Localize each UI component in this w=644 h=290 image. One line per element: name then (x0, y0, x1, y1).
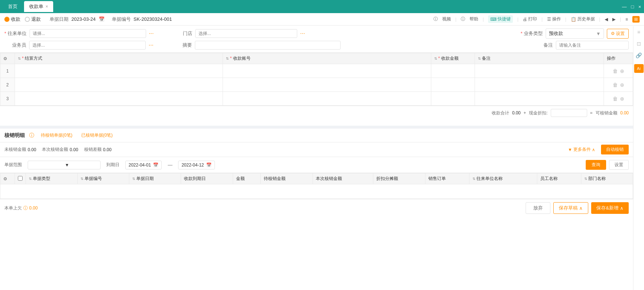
content-area: 往来单位 ··· 门店 ··· 业务类型 预收款 ▼ ⚙ 设置 (0, 26, 644, 290)
th-settings[interactable]: ⚙ (0, 53, 15, 64)
row-3-copy-icon[interactable]: ⊕ (620, 96, 624, 102)
row-3-delete-icon[interactable]: 🗑 (613, 96, 618, 102)
doc-range-select[interactable]: ▼ (28, 161, 101, 169)
btn-prev[interactable]: ◀ (605, 17, 608, 22)
query-btn[interactable]: 查询 (586, 160, 606, 170)
remarks-input[interactable] (556, 41, 629, 50)
save-new-btn[interactable]: 保存&新增 ∧ (591, 202, 629, 214)
row-2-copy-icon[interactable]: ⊕ (620, 82, 624, 88)
window-minimize[interactable]: — (622, 4, 627, 9)
actions-icon: ☰ (547, 17, 551, 22)
discount-input[interactable] (551, 109, 587, 117)
table-row: 2 🗑 ⊕ (0, 78, 633, 92)
form-settings-btn[interactable]: ⚙ 设置 (607, 29, 629, 39)
filter-icon: ▼ (568, 147, 572, 152)
btn-grid[interactable]: ⊞ (632, 16, 640, 23)
row-2-remarks[interactable] (475, 78, 604, 92)
row-1-delete-icon[interactable]: 🗑 (613, 68, 618, 74)
row-3-account[interactable] (223, 92, 431, 106)
receipt-table: ⚙ ⇅ 结算方式 ⇅ 收款账号 ⇅ (0, 53, 633, 106)
row-3-remarks[interactable] (475, 92, 604, 106)
row-1-settlement[interactable] (15, 64, 223, 78)
draft-arrow-icon: ∧ (579, 205, 583, 211)
row-1-amount[interactable] (431, 64, 475, 78)
bt-th-checkbox[interactable] (15, 173, 26, 184)
btn-shortcut[interactable]: ⌨ 快捷键 (488, 15, 513, 23)
btn-layout[interactable]: ≡ (625, 17, 628, 22)
shop-input[interactable] (195, 29, 297, 38)
window-close[interactable]: × (638, 4, 641, 9)
btn-help[interactable]: 帮助 (470, 16, 478, 22)
save-draft-btn[interactable]: 保存草稿 ∧ (553, 202, 588, 214)
btn-actions[interactable]: ☰ 操作 (547, 16, 561, 22)
date-from-input[interactable]: 2022-04-01 📅 (125, 161, 162, 169)
bt-gear-icon[interactable]: ⚙ (3, 176, 7, 181)
bt-th-staff: 员工名称 (537, 173, 581, 184)
footer-stat: 本单上欠 ⓘ 0.00 (4, 205, 38, 211)
filter-right: 查询 设置 (586, 160, 629, 170)
calendar-from-icon[interactable]: 📅 (153, 162, 158, 168)
btn-history-label: 历史单据 (577, 16, 595, 22)
shop-more-btn[interactable]: ··· (300, 31, 305, 36)
bt-th-amount: 金额 (233, 173, 260, 184)
print-icon: 🖨 (523, 17, 527, 22)
calendar-icon[interactable]: 📅 (99, 16, 105, 22)
bt-th-doc-no: ⇅ 单据编号 (77, 173, 129, 184)
discard-btn[interactable]: 放弃 (526, 202, 550, 214)
tab-close-icon[interactable]: × (46, 4, 48, 9)
tab-receipt[interactable]: 收款单 × (24, 1, 53, 12)
more-conditions-btn[interactable]: ▼ 更多条件 ∧ (568, 146, 595, 153)
window-maximize[interactable]: □ (631, 4, 634, 9)
tab-home[interactable]: 首页 (3, 1, 23, 12)
row-1-account[interactable] (223, 64, 431, 78)
row-1-remarks[interactable] (475, 64, 604, 78)
btn-next[interactable]: ▶ (612, 17, 616, 22)
row-3-amount[interactable] (431, 92, 475, 106)
summary-input[interactable] (195, 41, 341, 50)
row-1-copy-icon[interactable]: ⊕ (620, 68, 624, 74)
biz-type-select[interactable]: 预收款 ▼ (546, 28, 604, 39)
bt-th-doc-date: ⇅ 单据日期 (129, 173, 181, 184)
btn-print[interactable]: 🖨 打印 (523, 16, 537, 22)
radio-receipt[interactable]: 收款 (4, 16, 20, 23)
done-tab[interactable]: 已核销单据(0笔) (79, 132, 115, 139)
remarks-label: 备注 (531, 42, 553, 48)
btn-video[interactable]: 视频 (442, 16, 451, 22)
pending-tab[interactable]: 待核销单据(0笔) (39, 132, 75, 139)
auto-verify-btn[interactable]: 自动核销 (601, 145, 629, 154)
btn-history[interactable]: 📋 历史单据 (571, 16, 595, 22)
row-3-settlement[interactable] (15, 92, 223, 106)
sidebar-ai-icon[interactable]: Ai (634, 64, 644, 73)
select-all-checkbox[interactable] (18, 176, 23, 181)
row-2-delete-icon[interactable]: 🗑 (613, 82, 618, 88)
diff-value: 0.00 (103, 147, 111, 152)
sidebar-icon-2[interactable]: ⊡ (637, 41, 641, 47)
radio-refund[interactable]: 退款 (25, 16, 41, 23)
footer-info-icon[interactable]: ⓘ (23, 205, 28, 211)
staff-more-btn[interactable]: ··· (149, 42, 153, 48)
staff-input[interactable] (29, 41, 146, 50)
verify-info-icon[interactable]: ⓘ (29, 132, 34, 139)
table-gear-icon[interactable]: ⚙ (3, 56, 7, 61)
sidebar-icon-link[interactable]: 🔗 (636, 52, 642, 58)
btn-print-label: 打印 (528, 16, 537, 22)
calendar-to-icon[interactable]: 📅 (206, 162, 212, 168)
footer-stat-value: 0.00 (29, 205, 38, 211)
row-2-amount[interactable] (431, 78, 475, 92)
date-separator: — (168, 162, 172, 168)
bt-empty-row (0, 184, 633, 199)
sidebar-icon-1[interactable]: ≡ (637, 29, 640, 35)
bt-th-settings[interactable]: ⚙ (0, 173, 15, 184)
date-to-input[interactable]: 2022-04-12 📅 (178, 161, 215, 169)
verify-section: 核销明细 ⓘ 待核销单据(0笔) 已核销单据(0笔) 未核销金额 0.00 本次… (0, 126, 633, 199)
bt-th-discount: 折扣分摊额 (373, 173, 425, 184)
result-value: 0.00 (620, 110, 629, 115)
partner-input[interactable] (30, 29, 146, 38)
partner-more-btn[interactable]: ··· (149, 31, 154, 36)
bt-th-due-date: 收款到期日 (181, 173, 233, 184)
row-num-2: 2 (0, 78, 15, 92)
bt-th-dept: ⇅ 部门名称 (581, 173, 633, 184)
row-2-account[interactable] (223, 78, 431, 92)
row-2-settlement[interactable] (15, 78, 223, 92)
verify-settings-btn[interactable]: 设置 (609, 160, 629, 170)
